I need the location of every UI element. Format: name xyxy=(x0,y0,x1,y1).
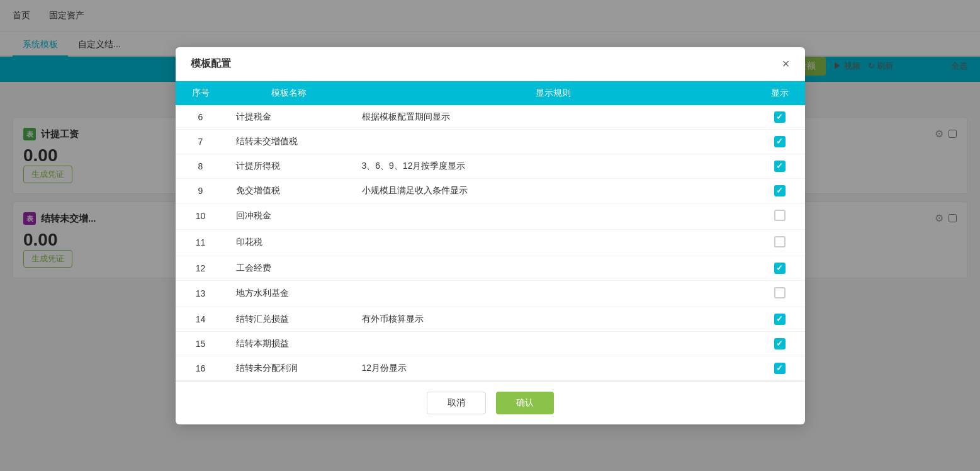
cell-rule xyxy=(352,256,755,280)
modal-template-config: 模板配置 × 序号 模板名称 显示规则 显示 6计提税金根据模板配置期间显示7结… xyxy=(176,47,805,424)
cell-name: 结转未交增值税 xyxy=(226,129,352,154)
cell-rule xyxy=(352,229,755,256)
cell-rule: 有外币核算显示 xyxy=(352,307,755,331)
cell-check[interactable] xyxy=(755,356,805,380)
table-row: 14结转汇兑损益有外币核算显示 xyxy=(176,307,805,331)
cell-check[interactable] xyxy=(755,307,805,331)
modal-overlay: 模板配置 × 序号 模板名称 显示规则 显示 6计提税金根据模板配置期间显示7结… xyxy=(0,0,980,471)
col-header-name: 模板名称 xyxy=(226,81,352,105)
row-checkbox[interactable] xyxy=(774,287,786,298)
col-header-seq: 序号 xyxy=(176,81,226,105)
table-row: 16结转未分配利润12月份显示 xyxy=(176,356,805,380)
modal-title: 模板配置 xyxy=(191,57,231,71)
cell-seq: 9 xyxy=(176,178,226,203)
modal-close-button[interactable]: × xyxy=(782,57,790,70)
table-row: 12工会经费 xyxy=(176,256,805,280)
cell-rule: 小规模且满足收入条件显示 xyxy=(352,178,755,203)
cell-name: 结转汇兑损益 xyxy=(226,307,352,331)
cell-rule: 12月份显示 xyxy=(352,356,755,380)
cell-seq: 10 xyxy=(176,203,226,229)
cell-name: 免交增值税 xyxy=(226,178,352,203)
cancel-button[interactable]: 取消 xyxy=(427,392,486,414)
cell-rule: 3、6、9、12月按季度显示 xyxy=(352,154,755,178)
table-row: 6计提税金根据模板配置期间显示 xyxy=(176,105,805,130)
cell-seq: 16 xyxy=(176,356,226,380)
row-checkbox[interactable] xyxy=(774,263,786,274)
modal-body[interactable]: 序号 模板名称 显示规则 显示 6计提税金根据模板配置期间显示7结转未交增值税8… xyxy=(176,81,805,381)
modal-footer: 取消 确认 xyxy=(176,381,805,424)
row-checkbox[interactable] xyxy=(774,161,786,172)
table-header-row: 序号 模板名称 显示规则 显示 xyxy=(176,81,805,105)
cell-seq: 11 xyxy=(176,229,226,256)
table-row: 7结转未交增值税 xyxy=(176,129,805,154)
cell-check[interactable] xyxy=(755,105,805,130)
col-header-show: 显示 xyxy=(755,81,805,105)
cell-check[interactable] xyxy=(755,129,805,154)
table-row: 9免交增值税小规模且满足收入条件显示 xyxy=(176,178,805,203)
cell-rule: 根据模板配置期间显示 xyxy=(352,105,755,130)
cell-check[interactable] xyxy=(755,256,805,280)
cell-check[interactable] xyxy=(755,280,805,307)
table-row: 8计提所得税3、6、9、12月按季度显示 xyxy=(176,154,805,178)
row-checkbox[interactable] xyxy=(774,185,786,196)
row-checkbox[interactable] xyxy=(774,236,786,247)
cell-check[interactable] xyxy=(755,178,805,203)
table-row: 13地方水利基金 xyxy=(176,280,805,307)
confirm-button[interactable]: 确认 xyxy=(496,392,554,414)
cell-check[interactable] xyxy=(755,154,805,178)
cell-rule xyxy=(352,280,755,307)
cell-name: 印花税 xyxy=(226,229,352,256)
cell-seq: 8 xyxy=(176,154,226,178)
row-checkbox[interactable] xyxy=(774,363,786,374)
cell-seq: 13 xyxy=(176,280,226,307)
cell-rule xyxy=(352,129,755,154)
row-checkbox[interactable] xyxy=(774,314,786,325)
cell-seq: 12 xyxy=(176,256,226,280)
cell-name: 回冲税金 xyxy=(226,203,352,229)
row-checkbox[interactable] xyxy=(774,111,786,123)
cell-name: 结转本期损益 xyxy=(226,331,352,356)
cell-name: 结转未分配利润 xyxy=(226,356,352,380)
table-row: 10回冲税金 xyxy=(176,203,805,229)
cell-rule xyxy=(352,331,755,356)
row-checkbox[interactable] xyxy=(774,136,786,147)
cell-name: 计提税金 xyxy=(226,105,352,130)
cell-seq: 14 xyxy=(176,307,226,331)
cell-name: 计提所得税 xyxy=(226,154,352,178)
cell-rule xyxy=(352,203,755,229)
table-row: 11印花税 xyxy=(176,229,805,256)
cell-seq: 7 xyxy=(176,129,226,154)
table-row: 15结转本期损益 xyxy=(176,331,805,356)
cell-check[interactable] xyxy=(755,229,805,256)
cell-check[interactable] xyxy=(755,203,805,229)
row-checkbox[interactable] xyxy=(774,210,786,221)
row-checkbox[interactable] xyxy=(774,338,786,349)
cell-seq: 15 xyxy=(176,331,226,356)
modal-header: 模板配置 × xyxy=(176,47,805,81)
cell-name: 工会经费 xyxy=(226,256,352,280)
col-header-rule: 显示规则 xyxy=(352,81,755,105)
config-table: 序号 模板名称 显示规则 显示 6计提税金根据模板配置期间显示7结转未交增值税8… xyxy=(176,81,805,381)
cell-check[interactable] xyxy=(755,331,805,356)
cell-seq: 6 xyxy=(176,105,226,130)
cell-name: 地方水利基金 xyxy=(226,280,352,307)
